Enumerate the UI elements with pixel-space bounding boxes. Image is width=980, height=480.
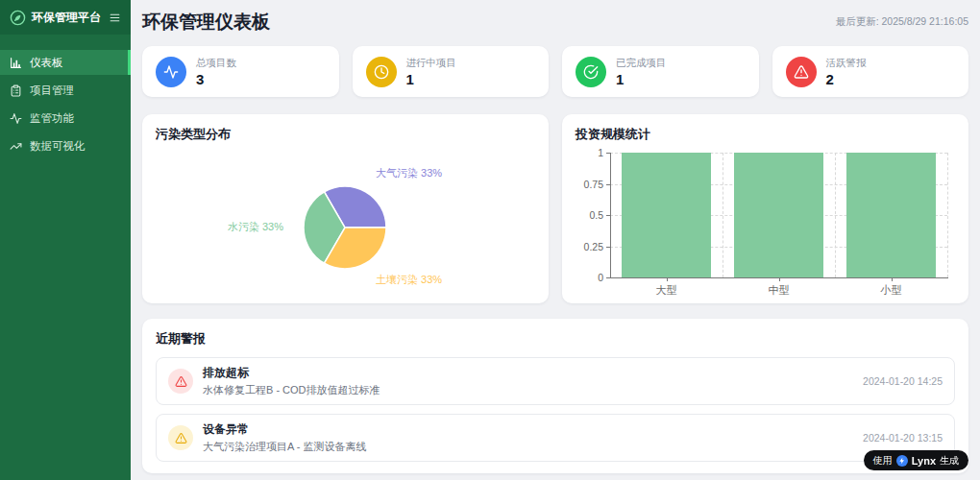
bar: [734, 153, 824, 277]
stat-value: 3: [196, 71, 236, 87]
lynx-logo-icon: [896, 455, 908, 467]
stat-label: 活跃警报: [826, 57, 867, 70]
x-category-label: 小型: [835, 283, 947, 298]
activity-icon: [10, 112, 22, 125]
bar-chart: 00.250.50.751大型中型小型: [576, 149, 955, 297]
sidebar-item-visualization[interactable]: 数据可视化: [0, 133, 131, 158]
gridline-v: [947, 153, 948, 277]
sidebar-item-label: 监管功能: [30, 111, 74, 126]
alert-title: 设备异常: [203, 421, 367, 438]
alerts-list: 排放超标水体修复工程B - COD排放值超过标准2024-01-20 14:25…: [156, 357, 955, 462]
alert-item[interactable]: 设备异常大气污染治理项目A - 监测设备离线2024-01-20 13:15: [156, 414, 955, 462]
y-tick-label: 0.25: [576, 241, 603, 252]
app-title: 环保管理平台: [32, 10, 103, 26]
alert-triangle-icon: [168, 425, 193, 450]
alerts-card: 近期警报 排放超标水体修复工程B - COD排放值超过标准2024-01-20 …: [142, 319, 968, 473]
lynx-badge-suffix: 生成: [940, 454, 959, 468]
pie-slice-label: 水污染 33%: [228, 221, 283, 232]
charts-row: 污染类型分布 大气污染 33%水污染 33%土壤污染 33% 投资规模统计 00…: [142, 114, 968, 303]
x-category-label: 大型: [610, 283, 723, 298]
y-tick-label: 0.5: [576, 209, 603, 221]
bar-chart-card: 投资规模统计 00.250.50.751大型中型小型: [562, 114, 968, 303]
sidebar-item-label: 项目管理: [30, 84, 74, 98]
y-tick-label: 0.75: [576, 179, 603, 190]
lynx-badge[interactable]: 使用 Lynx 生成: [864, 450, 968, 470]
sidebar-item-supervision[interactable]: 监管功能: [0, 106, 131, 131]
bar: [846, 153, 937, 277]
sidebar-item-projects[interactable]: 项目管理: [0, 78, 131, 103]
sidebar-logo-row: 环保管理平台: [0, 0, 131, 35]
page-title: 环保管理仪表板: [142, 10, 270, 35]
alerts-title: 近期警报: [156, 330, 955, 348]
stat-label: 总项目数: [196, 57, 236, 70]
x-axis-line: [610, 277, 948, 278]
stat-label: 已完成项目: [616, 57, 667, 70]
pie-slice-label: 土壤污染 33%: [376, 274, 442, 285]
y-tick-label: 1: [576, 147, 603, 158]
pie-chart-title: 污染类型分布: [156, 126, 535, 143]
gridline-v: [723, 153, 723, 277]
alert-triangle-icon: [786, 57, 817, 87]
clipboard-list-icon: [10, 84, 22, 97]
bar: [622, 153, 712, 277]
hamburger-menu-icon[interactable]: [109, 12, 121, 24]
trending-up-icon: [10, 140, 22, 153]
stat-label: 进行中项目: [406, 57, 457, 70]
stats-row: 总项目数3进行中项目1已完成项目1活跃警报2: [142, 46, 968, 97]
alert-triangle-icon: [168, 369, 193, 394]
x-category-label: 中型: [723, 283, 835, 298]
alert-title: 排放超标: [203, 365, 380, 381]
main-content: 环保管理仪表板 最后更新: 2025/8/29 21:16:05 总项目数3进行…: [131, 0, 980, 480]
alert-item[interactable]: 排放超标水体修复工程B - COD排放值超过标准2024-01-20 14:25: [156, 357, 955, 405]
stat-value: 2: [826, 71, 867, 87]
activity-icon: [156, 57, 186, 87]
stat-card-completed-projects: 已完成项目1: [562, 46, 759, 97]
alert-timestamp: 2024-01-20 14:25: [863, 375, 943, 387]
alert-timestamp: 2024-01-20 13:15: [863, 432, 943, 444]
bar-chart-title: 投资规模统计: [576, 126, 955, 143]
lynx-badge-prefix: 使用: [873, 454, 893, 468]
leaf-logo-icon: [10, 10, 26, 26]
check-circle-icon: [576, 57, 606, 87]
stat-card-ongoing-projects: 进行中项目1: [353, 46, 550, 97]
sidebar-item-label: 仪表板: [30, 56, 63, 70]
stat-card-active-alerts: 活跃警报2: [772, 46, 969, 97]
chart-column-icon: [10, 57, 22, 69]
y-axis-line: [610, 153, 611, 277]
sidebar-item-label: 数据可视化: [30, 139, 86, 154]
lynx-badge-brand: Lynx: [912, 455, 936, 467]
pie-slice-label: 大气污染 33%: [376, 167, 442, 179]
y-tick-label: 0: [576, 272, 603, 283]
alert-description: 大气污染治理项目A - 监测设备离线: [203, 440, 367, 454]
stat-value: 1: [406, 71, 457, 87]
pie-chart: 大气污染 33%水污染 33%土壤污染 33%: [156, 145, 535, 297]
sidebar-item-dashboard[interactable]: 仪表板: [0, 50, 131, 75]
gridline-v: [835, 153, 836, 277]
sidebar-nav: 仪表板项目管理监管功能数据可视化: [0, 50, 131, 161]
alert-description: 水体修复工程B - COD排放值超过标准: [203, 383, 380, 397]
clock-icon: [366, 57, 397, 87]
stat-value: 1: [616, 71, 667, 87]
sidebar: 环保管理平台 仪表板项目管理监管功能数据可视化: [0, 0, 131, 480]
main-header: 环保管理仪表板 最后更新: 2025/8/29 21:16:05: [142, 10, 968, 35]
pie-chart-card: 污染类型分布 大气污染 33%水污染 33%土壤污染 33%: [142, 114, 549, 303]
last-updated-text: 最后更新: 2025/8/29 21:16:05: [836, 15, 968, 29]
stat-card-total-projects: 总项目数3: [142, 46, 339, 97]
